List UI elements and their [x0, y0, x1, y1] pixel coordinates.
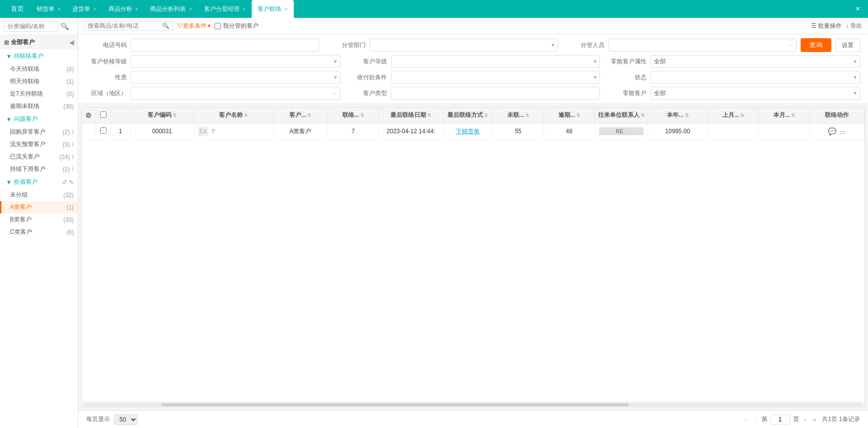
sort-icon[interactable]: ⇅: [427, 112, 431, 118]
nav-tab-analysis-list[interactable]: 商品分析列表 ×: [144, 0, 198, 18]
my-customers-check[interactable]: [215, 23, 221, 29]
filter-icon: ▽: [177, 22, 182, 29]
row-name: Ea ？: [194, 123, 273, 140]
sort-icon[interactable]: ⇅: [791, 112, 795, 118]
sidebar-item-declining[interactable]: 持续下滑客户 (2) ℹ: [0, 163, 78, 175]
chevron-down-icon: ▾: [854, 58, 857, 65]
person-input[interactable]: ···: [608, 39, 797, 52]
sort-icon[interactable]: ⇅: [244, 112, 248, 118]
table-area: ⚙ 客户编码⇅ 客户名称⇅: [81, 107, 865, 407]
query-button[interactable]: 查询: [801, 38, 831, 52]
sidebar-search-icon[interactable]: 🔍: [60, 22, 69, 30]
content-area: 🔍 ▽ 更多条件 ▾ 我分管的客户 ☰ 批量操作 ↓ 导出: [78, 18, 868, 428]
close-icon[interactable]: ×: [57, 6, 60, 12]
sidebar-item-overdue[interactable]: 逾期未联络 (30): [0, 100, 78, 112]
dept-select[interactable]: ▾: [370, 39, 558, 52]
sidebar-item-repurchase-abnormal[interactable]: 回购异常客户 (2) ℹ: [0, 126, 78, 138]
refresh-icon[interactable]: ↺: [62, 179, 67, 186]
search-icon[interactable]: 🔍: [162, 22, 169, 29]
nav-tab-customer-contact[interactable]: 客户联络 ×: [252, 0, 293, 18]
prev-page-btn[interactable]: ‹: [753, 416, 759, 423]
sidebar-item-b-class[interactable]: B类客户 (33): [0, 214, 78, 226]
export-btn[interactable]: ↓ 导出: [846, 22, 862, 30]
table-scroll[interactable]: ⚙ 客户编码⇅ 客户名称⇅: [82, 107, 865, 402]
sidebar-group-problem[interactable]: ▼ 问题客户: [0, 112, 78, 126]
filter-phone: 电话号码: [86, 39, 319, 52]
sidebar-search-input[interactable]: [4, 21, 58, 32]
close-icon[interactable]: ×: [135, 6, 138, 12]
sidebar-all-customers[interactable]: ⊞ 全部客户 ◀: [0, 35, 78, 50]
sidebar-item-churn-warning[interactable]: 流失预警客户 (3) ℹ: [0, 138, 78, 151]
row-checkbox[interactable]: [100, 127, 107, 134]
more-icon[interactable]: ⚏: [839, 127, 846, 135]
row-last-way[interactable]: 下销货单: [443, 123, 492, 140]
phone-input[interactable]: [131, 39, 319, 52]
sidebar-item-7days[interactable]: 近7天待联络 (0): [0, 88, 78, 100]
close-icon[interactable]: ×: [93, 6, 96, 12]
row-code: 000031: [130, 123, 194, 140]
sidebar-group-pending[interactable]: ▼ 待联络客户: [0, 50, 78, 63]
scroll-thumb[interactable]: [162, 403, 629, 406]
next-page-btn[interactable]: ›: [802, 416, 808, 423]
collapse-sidebar-icon[interactable]: ◀: [69, 39, 74, 46]
sidebar-item-a-class[interactable]: A类客户 (1): [0, 201, 78, 214]
sidebar-item-churned[interactable]: 已流失客户 (24) ℹ: [0, 151, 78, 163]
close-icon[interactable]: ×: [284, 6, 287, 12]
table-body: 1 000031 Ea ？ A类客户: [82, 123, 865, 140]
sort-icon[interactable]: ⇅: [307, 112, 311, 118]
batch-op-btn[interactable]: ☰ 批量操作: [811, 22, 842, 30]
sidebar-item-c-class[interactable]: C类客户 (6): [0, 226, 78, 238]
settings-button[interactable]: 设置: [835, 39, 860, 52]
scroll-track: [84, 403, 863, 406]
last-page-btn[interactable]: »: [811, 416, 818, 423]
sidebar-item-today[interactable]: 今天待联络 (0): [0, 63, 78, 75]
sort-icon[interactable]: ⇅: [576, 112, 580, 118]
table-row: 1 000031 Ea ？ A类客户: [82, 123, 865, 140]
price-level-select[interactable]: ▾: [131, 55, 340, 68]
nav-home[interactable]: 首页: [4, 4, 31, 13]
select-all-checkbox[interactable]: [100, 111, 107, 118]
more-conditions-btn[interactable]: ▽ 更多条件 ▾: [177, 22, 211, 30]
customer-level-select[interactable]: ▾: [391, 55, 600, 68]
sidebar-item-tomorrow[interactable]: 明天待联络 (1): [0, 75, 78, 88]
status-select[interactable]: ▾: [651, 71, 860, 84]
sort-icon[interactable]: ⇅: [525, 112, 529, 118]
status-label: 状态: [606, 73, 651, 82]
close-icon[interactable]: ×: [243, 6, 246, 12]
chevron-down-icon: ▾: [334, 58, 337, 65]
nav-tab-analysis[interactable]: 商品分析 ×: [103, 0, 144, 18]
sort-icon[interactable]: ⇅: [172, 112, 176, 118]
row-gear-cell: [82, 123, 96, 140]
page-of-label: 页: [793, 415, 799, 424]
search-input[interactable]: [88, 22, 162, 29]
sort-icon[interactable]: ⇅: [484, 112, 488, 118]
customer-avatar: Ea: [198, 126, 208, 136]
nav-tab-sales[interactable]: 销货单 ×: [31, 0, 66, 18]
nav-tab-customer-mgmt[interactable]: 客户分层经营 ×: [198, 0, 252, 18]
sort-icon[interactable]: ⇅: [641, 112, 645, 118]
per-page-select[interactable]: 50: [114, 414, 138, 425]
my-customers-checkbox[interactable]: 我分管的客户: [215, 22, 259, 30]
edit-icon[interactable]: ✎: [69, 179, 74, 186]
close-icon[interactable]: ×: [189, 6, 192, 12]
nature-select[interactable]: ▾: [131, 71, 340, 84]
message-icon[interactable]: 💬: [828, 127, 836, 135]
sort-icon[interactable]: ⇅: [685, 112, 689, 118]
sidebar-group-value[interactable]: ▼ 价值客户 ↺ ✎: [0, 175, 78, 189]
sidebar-item-ungroup[interactable]: 未分组 (32): [0, 189, 78, 201]
payment-select[interactable]: ▾: [391, 71, 600, 84]
customer-type-input[interactable]: [391, 87, 600, 100]
sort-icon[interactable]: ⇅: [360, 112, 364, 118]
region-input[interactable]: ···: [131, 87, 340, 100]
first-page-btn[interactable]: «: [742, 416, 750, 423]
chevron-down-icon: ▾: [208, 22, 211, 29]
sort-icon[interactable]: ⇅: [740, 112, 744, 118]
nav-tab-purchase[interactable]: 进货单 ×: [66, 0, 102, 18]
nature-label: 性质: [86, 73, 131, 82]
sparse-attr-select[interactable]: 全部 ▾: [651, 55, 860, 68]
sparse-select[interactable]: 全部 ▾: [651, 87, 860, 100]
gear-icon[interactable]: ⚙: [85, 111, 92, 119]
page-input[interactable]: 1: [770, 415, 790, 425]
close-app-button[interactable]: ×: [852, 4, 864, 13]
horizontal-scrollbar[interactable]: [82, 402, 865, 407]
